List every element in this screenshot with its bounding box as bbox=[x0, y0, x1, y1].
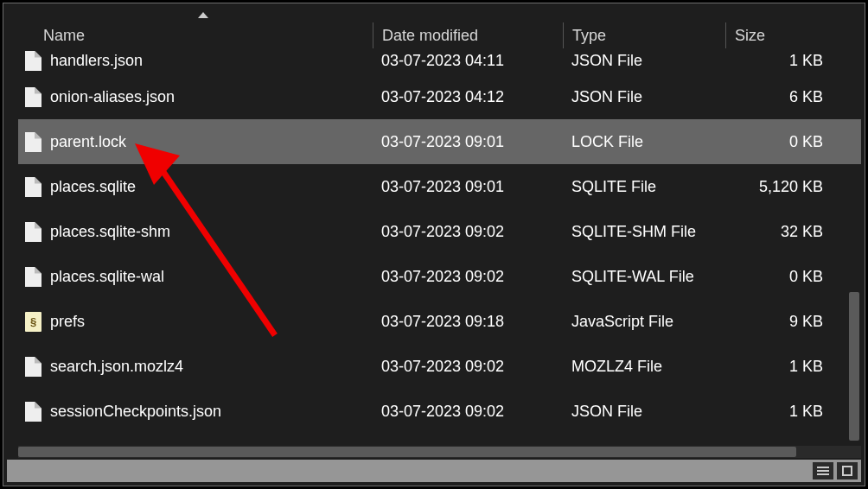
file-size: 0 KB bbox=[725, 133, 846, 151]
column-header-date[interactable]: Date modified bbox=[373, 22, 563, 48]
file-icon bbox=[25, 87, 41, 107]
file-type: JSON File bbox=[563, 52, 725, 70]
column-header-size-label: Size bbox=[735, 27, 765, 45]
file-date: 03-07-2023 09:02 bbox=[373, 268, 563, 286]
column-header-type[interactable]: Type bbox=[563, 22, 725, 48]
file-type: JSON File bbox=[563, 88, 725, 106]
file-name: places.sqlite-shm bbox=[50, 223, 170, 241]
list-view-icon bbox=[817, 467, 829, 475]
file-type: SQLITE-SHM File bbox=[563, 223, 725, 241]
file-list: handlers.json03-07-2023 04:11JSON File1 … bbox=[18, 47, 861, 444]
file-size: 5,120 KB bbox=[725, 178, 846, 196]
file-row[interactable]: places.sqlite-wal03-07-2023 09:02SQLITE-… bbox=[18, 254, 861, 299]
view-details-button[interactable] bbox=[813, 462, 833, 479]
file-date: 03-07-2023 09:02 bbox=[373, 403, 563, 421]
file-size: 1 KB bbox=[725, 358, 846, 376]
status-bar bbox=[7, 460, 861, 482]
column-header-size[interactable]: Size bbox=[725, 22, 846, 48]
file-size: 1 KB bbox=[725, 52, 846, 70]
vertical-scrollbar-thumb[interactable] bbox=[849, 292, 859, 441]
file-icon bbox=[25, 222, 41, 242]
file-size: 32 KB bbox=[725, 223, 846, 241]
file-date: 03-07-2023 09:02 bbox=[373, 358, 563, 376]
sort-ascending-icon bbox=[198, 12, 208, 18]
file-size: 6 KB bbox=[725, 88, 846, 106]
file-name: handlers.json bbox=[50, 52, 143, 70]
file-row[interactable]: places.sqlite03-07-2023 09:01SQLITE File… bbox=[18, 164, 861, 209]
file-name: prefs bbox=[50, 313, 85, 331]
file-icon bbox=[25, 51, 41, 71]
file-type: SQLITE-WAL File bbox=[563, 268, 725, 286]
horizontal-scrollbar-thumb[interactable] bbox=[18, 447, 796, 457]
column-header-name[interactable]: Name bbox=[18, 22, 373, 48]
file-type: JSON File bbox=[563, 403, 725, 421]
column-header-date-label: Date modified bbox=[382, 27, 478, 45]
file-size: 9 KB bbox=[725, 313, 846, 331]
file-date: 03-07-2023 09:18 bbox=[373, 313, 563, 331]
file-name: search.json.mozlz4 bbox=[50, 358, 183, 376]
javascript-file-icon bbox=[25, 312, 41, 332]
file-row[interactable]: places.sqlite-shm03-07-2023 09:02SQLITE-… bbox=[18, 209, 861, 254]
file-size: 1 KB bbox=[725, 403, 846, 421]
view-large-icons-button[interactable] bbox=[837, 462, 858, 479]
file-type: LOCK File bbox=[563, 133, 725, 151]
file-name: sessionCheckpoints.json bbox=[50, 403, 221, 421]
file-name: parent.lock bbox=[50, 133, 126, 151]
file-name: onion-aliases.json bbox=[50, 88, 175, 106]
file-icon bbox=[25, 357, 41, 377]
file-type: MOZLZ4 File bbox=[563, 358, 725, 376]
column-header-name-label: Name bbox=[43, 27, 85, 45]
file-date: 03-07-2023 09:02 bbox=[373, 223, 563, 241]
file-row[interactable]: parent.lock03-07-2023 09:01LOCK File0 KB bbox=[18, 119, 861, 164]
file-row[interactable]: prefs03-07-2023 09:18JavaScript File9 KB bbox=[18, 299, 861, 344]
column-header-type-label: Type bbox=[572, 27, 606, 45]
file-date: 03-07-2023 04:11 bbox=[373, 52, 563, 70]
file-icon bbox=[25, 177, 41, 197]
file-name: places.sqlite-wal bbox=[50, 268, 164, 286]
file-size: 0 KB bbox=[725, 268, 846, 286]
file-icon bbox=[25, 402, 41, 422]
file-row[interactable]: sessionCheckpoints.json03-07-2023 09:02J… bbox=[18, 389, 861, 434]
file-date: 03-07-2023 09:01 bbox=[373, 133, 563, 151]
file-row[interactable]: handlers.json03-07-2023 04:11JSON File1 … bbox=[18, 47, 861, 74]
file-explorer-panel: Name Date modified Type Size handlers.js… bbox=[3, 3, 865, 486]
horizontal-scrollbar-track[interactable] bbox=[18, 446, 861, 458]
file-row[interactable]: search.json.mozlz403-07-2023 09:02MOZLZ4… bbox=[18, 344, 861, 389]
file-type: JavaScript File bbox=[563, 313, 725, 331]
file-name: places.sqlite bbox=[50, 178, 136, 196]
file-icon bbox=[25, 132, 41, 152]
file-icon bbox=[25, 267, 41, 287]
file-date: 03-07-2023 09:01 bbox=[373, 178, 563, 196]
column-headers: Name Date modified Type Size bbox=[18, 22, 861, 48]
file-row[interactable]: onion-aliases.json03-07-2023 04:12JSON F… bbox=[18, 74, 861, 119]
file-date: 03-07-2023 04:12 bbox=[373, 88, 563, 106]
file-type: SQLITE File bbox=[563, 178, 725, 196]
large-icons-icon bbox=[842, 466, 852, 476]
